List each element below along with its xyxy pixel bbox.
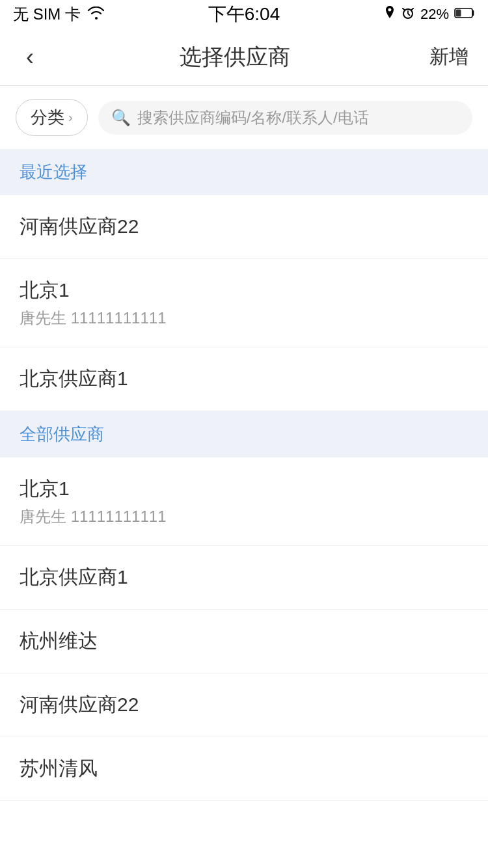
- list-item[interactable]: 苏州清风: [0, 737, 488, 801]
- all-section-label: 全部供应商: [20, 424, 104, 444]
- item-name: 北京1: [20, 277, 468, 304]
- list-item[interactable]: 北京供应商1: [0, 347, 488, 411]
- list-item[interactable]: 北京供应商1: [0, 546, 488, 610]
- add-button[interactable]: 新增: [429, 44, 468, 70]
- all-items-list: 北京1唐先生 11111111111北京供应商1杭州维达河南供应商22苏州清风: [0, 457, 488, 801]
- recent-section-label: 最近选择: [20, 162, 87, 182]
- page-title: 选择供应商: [180, 42, 290, 72]
- status-time: 下午6:04: [208, 2, 280, 27]
- item-sub: 唐先生 11111111111: [20, 308, 468, 329]
- recent-section-header: 最近选择: [0, 149, 488, 195]
- alarm-icon: [401, 5, 415, 23]
- filter-bar: 分类 › 🔍: [0, 86, 488, 149]
- search-box[interactable]: 🔍: [98, 101, 472, 135]
- item-name: 河南供应商22: [20, 213, 468, 240]
- item-name: 苏州清风: [20, 755, 468, 782]
- recent-items-list: 河南供应商22北京1唐先生 11111111111北京供应商1: [0, 195, 488, 411]
- list-item[interactable]: 河南供应商22: [0, 673, 488, 737]
- list-item[interactable]: 北京1唐先生 11111111111: [0, 259, 488, 347]
- battery-icon: [454, 6, 475, 23]
- status-bar: 无 SIM 卡 下午6:04 22%: [0, 0, 488, 29]
- all-section-header: 全部供应商: [0, 411, 488, 457]
- wifi-icon: [87, 5, 105, 23]
- list-item[interactable]: 北京1唐先生 11111111111: [0, 457, 488, 546]
- status-left: 无 SIM 卡: [13, 4, 105, 25]
- item-name: 北京供应商1: [20, 564, 468, 591]
- status-right: 22%: [384, 5, 475, 23]
- back-button[interactable]: ‹: [20, 37, 40, 77]
- item-name: 北京供应商1: [20, 366, 468, 392]
- search-icon: 🔍: [111, 109, 131, 127]
- item-name: 北京1: [20, 476, 468, 502]
- battery-percent: 22%: [420, 6, 449, 23]
- sim-status: 无 SIM 卡: [13, 4, 81, 25]
- list-item[interactable]: 杭州维达: [0, 610, 488, 673]
- category-filter-button[interactable]: 分类 ›: [16, 99, 88, 136]
- search-input[interactable]: [137, 109, 459, 127]
- list-item[interactable]: 河南供应商22: [0, 195, 488, 259]
- item-name: 河南供应商22: [20, 692, 468, 718]
- item-name: 杭州维达: [20, 628, 468, 655]
- nav-bar: ‹ 选择供应商 新增: [0, 29, 488, 86]
- category-label: 分类: [31, 106, 64, 129]
- chevron-right-icon: ›: [68, 110, 73, 125]
- location-icon: [384, 5, 396, 23]
- svg-rect-2: [456, 10, 461, 17]
- item-sub: 唐先生 11111111111: [20, 506, 468, 527]
